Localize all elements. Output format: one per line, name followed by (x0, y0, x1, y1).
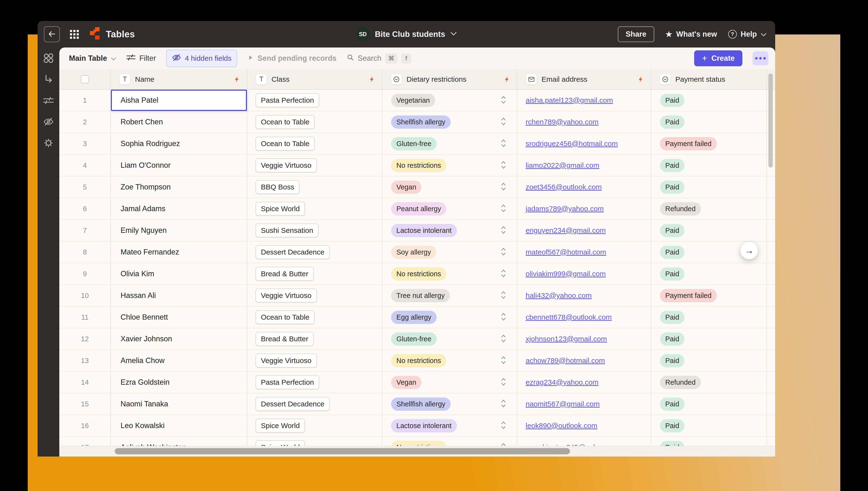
name-cell[interactable]: Liam O'Connor (111, 155, 248, 176)
name-cell[interactable]: Mateo Fernandez (111, 241, 248, 263)
table-row[interactable]: 12Xavier JohnsonBread & ButterGluten-fre… (59, 328, 775, 350)
app-grid-icon[interactable] (70, 30, 79, 39)
table-row[interactable]: 9Olivia KimBread & ButterNo restrictions… (59, 263, 775, 285)
payment-cell[interactable]: Refunded (651, 198, 767, 219)
email-link[interactable]: zoet3456@outlook.com (526, 183, 602, 191)
table-row[interactable]: 15Naomi TanakaDessert DecadenceShellfish… (59, 394, 775, 415)
name-cell[interactable]: Chloe Bennett (111, 307, 248, 328)
table-row[interactable]: 6Jamal AdamsSpice WorldPeanut allergyjad… (59, 198, 775, 220)
table-row[interactable]: 1Aisha PatelPasta PerfectionVegetarianai… (59, 90, 775, 111)
payment-cell[interactable]: Payment failed (651, 285, 767, 306)
collapse-stepper-icon[interactable] (500, 225, 507, 235)
collapse-stepper-icon[interactable] (500, 247, 507, 257)
table-row[interactable]: 7Emily NguyenSushi SensationLactose into… (59, 220, 775, 241)
email-link[interactable]: achow789@hotmail.com (526, 356, 605, 365)
workspace-switcher[interactable]: SD Bite Club students (356, 27, 457, 41)
send-pending-records-button[interactable]: Send pending records (248, 54, 336, 63)
dietary-cell[interactable]: No restrictions (382, 155, 517, 176)
hidden-fields-button[interactable]: 4 hidden fields (166, 50, 237, 67)
name-cell[interactable]: Jamal Adams (111, 198, 248, 219)
table-row[interactable]: 2Robert ChenOcean to TableShellfish alle… (59, 111, 775, 133)
table-row[interactable]: 3Sophia RodriguezOcean to TableGluten-fr… (59, 133, 775, 155)
class-cell[interactable]: Spice World (248, 415, 382, 436)
class-cell[interactable]: Pasta Perfection (248, 90, 382, 111)
email-cell[interactable]: aisha.patel123@gmail.com (517, 90, 651, 111)
name-cell[interactable]: Xavier Johnson (111, 328, 248, 349)
email-link[interactable]: cbennett678@outlook.com (526, 313, 612, 321)
dietary-cell[interactable]: Shellfish allergy (382, 111, 517, 133)
collapse-stepper-icon[interactable] (500, 421, 507, 431)
sub-item-arrow-icon[interactable] (43, 74, 54, 85)
email-link[interactable]: mateof567@hotmail.com (526, 248, 606, 256)
class-cell[interactable]: Bread & Butter (248, 328, 382, 349)
email-cell[interactable]: hali432@yahoo.com (517, 285, 651, 306)
email-link[interactable]: xjohnson123@gmail.com (526, 335, 607, 343)
email-cell[interactable]: ezrag234@yahoo.com (517, 372, 651, 393)
collapse-stepper-icon[interactable] (500, 269, 507, 279)
email-link[interactable]: naomit567@gmail.com (526, 400, 600, 408)
payment-cell[interactable]: Paid (651, 111, 767, 133)
email-cell[interactable]: enguyen234@gmail.com (517, 220, 651, 241)
more-options-button[interactable] (753, 51, 769, 65)
payment-cell[interactable]: Paid (651, 155, 767, 176)
adjustments-icon[interactable] (43, 95, 54, 106)
class-cell[interactable]: Ocean to Table (248, 133, 382, 154)
column-header-dietary[interactable]: Dietary restrictions (382, 69, 517, 89)
name-cell[interactable]: Aisha Patel (111, 90, 248, 111)
class-cell[interactable]: Veggie Virtuoso (248, 155, 382, 176)
dietary-cell[interactable]: No restrictions (382, 263, 517, 284)
payment-cell[interactable]: Paid (651, 263, 767, 284)
name-cell[interactable]: Sophia Rodriguez (111, 133, 248, 154)
settings-gear-icon[interactable] (43, 138, 54, 148)
email-cell[interactable]: oliviakim999@gmail.com (517, 263, 651, 284)
class-cell[interactable]: BBQ Boss (248, 176, 382, 198)
email-link[interactable]: rchen789@yahoo.com (526, 118, 599, 126)
class-cell[interactable]: Veggie Virtuoso (248, 285, 382, 306)
dietary-cell[interactable]: Lactose intolerant (382, 220, 517, 241)
class-cell[interactable]: Ocean to Table (248, 307, 382, 328)
collapse-stepper-icon[interactable] (500, 399, 507, 409)
collapse-stepper-icon[interactable] (500, 290, 507, 300)
name-cell[interactable]: Amelia Chow (111, 350, 248, 371)
collapse-stepper-icon[interactable] (500, 182, 507, 192)
dietary-cell[interactable]: Vegan (382, 372, 517, 393)
class-cell[interactable]: Veggie Virtuoso (248, 350, 382, 371)
dietary-cell[interactable]: No restrictions (382, 350, 517, 371)
table-row[interactable]: 8Mateo FernandezDessert DecadenceSoy all… (59, 241, 775, 263)
collapse-stepper-icon[interactable] (500, 377, 507, 387)
payment-cell[interactable]: Paid (651, 220, 767, 241)
class-cell[interactable]: Dessert Decadence (248, 394, 382, 414)
column-header-class[interactable]: T Class (248, 69, 382, 89)
payment-cell[interactable]: Payment failed (651, 133, 767, 154)
email-cell[interactable]: rchen789@yahoo.com (517, 111, 651, 133)
dietary-cell[interactable]: Egg allergy (382, 307, 517, 328)
email-link[interactable]: srodriguez456@hotmail.com (526, 140, 618, 148)
email-cell[interactable]: leok890@outlook.com (517, 415, 651, 436)
email-cell[interactable]: liamo2022@gmail.com (517, 155, 651, 176)
dietary-cell[interactable]: Shellfish allergy (382, 394, 517, 414)
collapse-stepper-icon[interactable] (500, 95, 507, 105)
email-cell[interactable]: xjohnson123@gmail.com (517, 328, 651, 349)
class-cell[interactable]: Bread & Butter (248, 263, 382, 284)
class-cell[interactable]: Ocean to Table (248, 111, 382, 133)
table-row[interactable]: 13Amelia ChowVeggie VirtuosoNo restricti… (59, 350, 775, 372)
payment-cell[interactable]: Paid (651, 350, 767, 371)
dietary-cell[interactable]: Gluten-free (382, 328, 517, 349)
collapse-stepper-icon[interactable] (500, 139, 507, 149)
collapse-stepper-icon[interactable] (500, 355, 507, 366)
email-link[interactable]: hali432@yahoo.com (526, 291, 592, 299)
filter-button[interactable]: Filter (126, 54, 156, 63)
table-row[interactable]: 16Leo KowalskiSpice WorldLactose intoler… (59, 415, 775, 437)
name-cell[interactable]: Olivia Kim (111, 263, 248, 284)
search-button[interactable]: Search ⌘ f (347, 53, 411, 64)
email-link[interactable]: enguyen234@gmail.com (526, 226, 606, 234)
name-cell[interactable]: Naomi Tanaka (111, 394, 248, 414)
email-cell[interactable]: srodriguez456@hotmail.com (517, 133, 651, 154)
payment-cell[interactable]: Paid (651, 307, 767, 328)
email-cell[interactable]: cbennett678@outlook.com (517, 307, 651, 328)
name-cell[interactable]: Emily Nguyen (111, 220, 248, 241)
email-link[interactable]: liamo2022@gmail.com (526, 161, 599, 169)
select-all-checkbox[interactable] (81, 75, 89, 83)
class-cell[interactable]: Spice World (248, 198, 382, 219)
back-button[interactable] (44, 26, 60, 42)
